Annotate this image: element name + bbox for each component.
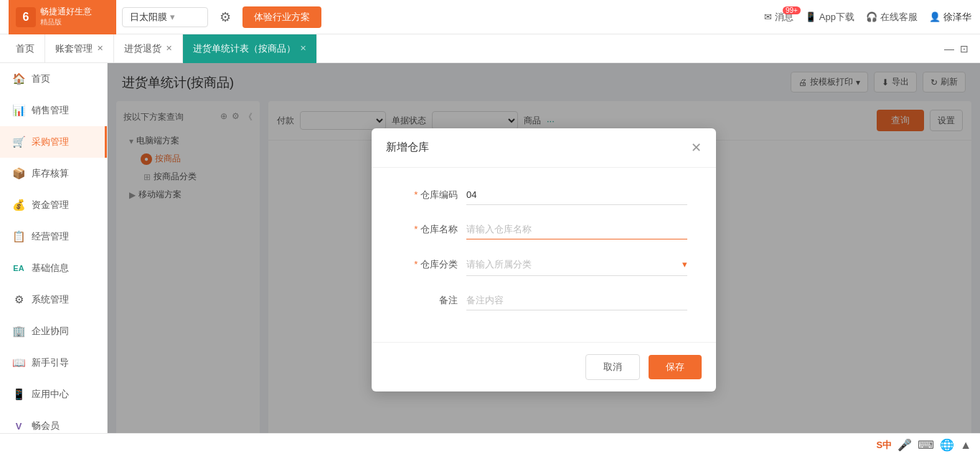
user-name: 徐泽华 bbox=[943, 11, 971, 24]
cancel-button[interactable]: 取消 bbox=[585, 354, 640, 380]
purchase-return-tab-close-icon[interactable]: ✕ bbox=[166, 44, 172, 53]
app-download-label: App下载 bbox=[819, 11, 854, 24]
sidebar-item-system[interactable]: ⚙ 系统管理 bbox=[0, 284, 107, 315]
top-header: 6 畅捷通好生意 精品版 日太阳膜 ▾ ⚙ 体验行业方案 ✉ 消息 99+ 📱 … bbox=[0, 0, 980, 34]
content-area: 进货单统计(按商品) 🖨 按模板打印 ▾ ⬇ 导出 ↻ 刷新 bbox=[108, 63, 980, 456]
main-layout: 🏠 首页 📊 销售管理 🛒 采购管理 📦 库存核算 💰 资金管理 📋 经营管理 … bbox=[0, 63, 980, 456]
sidebar-item-enterprise[interactable]: 🏢 企业协同 bbox=[0, 315, 107, 347]
sidebar-label-guide: 新手引导 bbox=[32, 356, 69, 369]
app-download-item[interactable]: 📱 App下载 bbox=[805, 11, 854, 24]
messages-item[interactable]: ✉ 消息 99+ bbox=[764, 11, 793, 24]
tab-home[interactable]: 首页 bbox=[6, 34, 45, 63]
up-arrow-icon[interactable]: ▲ bbox=[960, 439, 971, 452]
form-row-type: 仓库分类 请输入所属分类 ▾ bbox=[400, 254, 687, 276]
tab-purchase-stats[interactable]: 进货单统计表（按商品） ✕ bbox=[183, 34, 317, 63]
accounts-tab-label: 账套管理 bbox=[55, 42, 93, 55]
settings-icon[interactable]: ⚙ bbox=[214, 6, 237, 29]
shurufa-icon[interactable]: S中 bbox=[876, 439, 892, 452]
vip-icon: V bbox=[11, 419, 26, 433]
user-avatar-icon: 👤 bbox=[929, 11, 941, 22]
guide-icon: 📖 bbox=[11, 356, 26, 370]
sales-icon: 📊 bbox=[11, 103, 26, 118]
note-input[interactable] bbox=[466, 290, 687, 310]
sidebar-item-home[interactable]: 🏠 首页 bbox=[0, 63, 107, 95]
sidebar: 🏠 首页 📊 销售管理 🛒 采购管理 📦 库存核算 💰 资金管理 📋 经营管理 … bbox=[0, 63, 108, 456]
tab-purchase-return[interactable]: 进货退货 ✕ bbox=[114, 34, 183, 63]
store-name: 日太阳膜 bbox=[130, 11, 167, 24]
save-button[interactable]: 保存 bbox=[649, 355, 702, 379]
sidebar-label-operations: 经营管理 bbox=[32, 230, 69, 243]
brand-name: 畅捷通好生意 bbox=[40, 6, 92, 18]
trial-button[interactable]: 体验行业方案 bbox=[242, 6, 321, 28]
dialog-footer: 取消 保存 bbox=[372, 342, 716, 391]
dialog-header: 新增仓库 ✕ bbox=[372, 128, 716, 168]
add-warehouse-dialog: 新增仓库 ✕ 仓库编码 仓库名称 仓库分类 请输入 bbox=[372, 128, 716, 391]
dialog-body: 仓库编码 仓库名称 仓库分类 请输入所属分类 ▾ bbox=[372, 168, 716, 342]
sidebar-item-guide[interactable]: 📖 新手引导 bbox=[0, 347, 107, 379]
dialog-close-icon[interactable]: ✕ bbox=[691, 140, 702, 156]
sidebar-item-inventory[interactable]: 📦 库存核算 bbox=[0, 158, 107, 189]
header-right: ✉ 消息 99+ 📱 App下载 🎧 在线客服 👤 徐泽华 bbox=[764, 11, 971, 24]
dialog-title: 新增仓库 bbox=[386, 141, 429, 154]
headset-icon: 🎧 bbox=[866, 11, 877, 22]
sidebar-item-purchase[interactable]: 🛒 采购管理 bbox=[0, 126, 107, 158]
sidebar-label-apps: 应用中心 bbox=[32, 388, 69, 401]
logo-area: 6 畅捷通好生意 精品版 bbox=[9, 0, 116, 34]
online-service-item[interactable]: 🎧 在线客服 bbox=[866, 11, 918, 24]
tab-maximize-icon[interactable]: ⊡ bbox=[960, 43, 969, 54]
sidebar-label-basics: 基础信息 bbox=[32, 262, 69, 275]
accounts-tab-close-icon[interactable]: ✕ bbox=[97, 44, 103, 53]
user-item[interactable]: 👤 徐泽华 bbox=[929, 11, 971, 24]
messages-badge: 99+ bbox=[783, 6, 801, 14]
tab-accounts[interactable]: 账套管理 ✕ bbox=[45, 34, 114, 63]
code-label: 仓库编码 bbox=[400, 189, 458, 201]
sidebar-label-home: 首页 bbox=[32, 72, 50, 85]
finance-icon: 💰 bbox=[11, 198, 26, 212]
brand-text: 畅捷通好生意 精品版 bbox=[40, 6, 92, 28]
type-placeholder: 请输入所属分类 bbox=[466, 258, 532, 271]
name-label: 仓库名称 bbox=[400, 223, 458, 236]
system-icon: ⚙ bbox=[11, 293, 26, 307]
microphone-icon[interactable]: 🎤 bbox=[897, 438, 912, 452]
brand-edition: 精品版 bbox=[40, 17, 92, 27]
sidebar-item-apps[interactable]: 📱 应用中心 bbox=[0, 379, 107, 410]
online-service-label: 在线客服 bbox=[880, 11, 918, 24]
type-arrow-icon: ▾ bbox=[682, 259, 687, 270]
home-tab-label: 首页 bbox=[16, 42, 34, 55]
name-input[interactable] bbox=[466, 219, 687, 239]
tab-controls: — ⊡ bbox=[944, 43, 974, 54]
sidebar-label-system: 系统管理 bbox=[32, 293, 69, 306]
operations-icon: 📋 bbox=[11, 229, 26, 244]
store-arrow-icon: ▾ bbox=[170, 11, 175, 22]
apps-icon: 📱 bbox=[11, 387, 26, 402]
bottom-bar: S中 🎤 ⌨ 🌐 ▲ bbox=[0, 433, 980, 456]
keyboard-icon[interactable]: ⌨ bbox=[918, 438, 934, 452]
sidebar-label-purchase: 采购管理 bbox=[32, 136, 69, 148]
message-icon: ✉ bbox=[764, 11, 772, 22]
purchase-icon: 🛒 bbox=[11, 135, 26, 149]
type-select[interactable]: 请输入所属分类 ▾ bbox=[466, 254, 687, 276]
purchase-stats-tab-label: 进货单统计表（按商品） bbox=[193, 42, 296, 55]
sidebar-label-finance: 资金管理 bbox=[32, 199, 69, 212]
note-label: 备注 bbox=[400, 294, 458, 307]
sidebar-item-sales[interactable]: 📊 销售管理 bbox=[0, 95, 107, 126]
type-label: 仓库分类 bbox=[400, 258, 458, 271]
phone-icon: 📱 bbox=[805, 11, 816, 22]
sidebar-label-sales: 销售管理 bbox=[32, 104, 69, 117]
form-row-note: 备注 bbox=[400, 290, 687, 310]
inventory-icon: 📦 bbox=[11, 166, 26, 181]
code-input[interactable] bbox=[466, 185, 687, 205]
enterprise-icon: 🏢 bbox=[11, 324, 26, 338]
sidebar-label-enterprise: 企业协同 bbox=[32, 325, 69, 338]
store-selector[interactable]: 日太阳膜 ▾ bbox=[122, 7, 208, 27]
purchase-stats-tab-close-icon[interactable]: ✕ bbox=[300, 44, 306, 53]
tab-minimize-icon[interactable]: — bbox=[944, 43, 954, 54]
form-row-name: 仓库名称 bbox=[400, 219, 687, 239]
sidebar-item-operations[interactable]: 📋 经营管理 bbox=[0, 221, 107, 252]
sidebar-item-finance[interactable]: 💰 资金管理 bbox=[0, 189, 107, 221]
language-icon[interactable]: 🌐 bbox=[940, 438, 954, 452]
sidebar-label-inventory: 库存核算 bbox=[32, 167, 69, 180]
purchase-return-tab-label: 进货退货 bbox=[124, 42, 161, 55]
sidebar-item-basics[interactable]: EA 基础信息 bbox=[0, 252, 107, 284]
logo-icon: 6 bbox=[16, 7, 36, 27]
